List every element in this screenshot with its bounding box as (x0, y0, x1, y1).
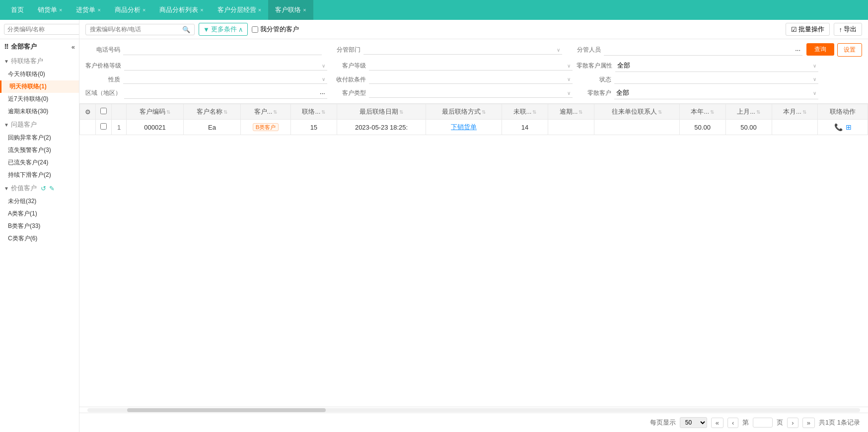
payment-select[interactable]: ∨ (369, 75, 573, 84)
row-code: 000021 (127, 120, 184, 135)
customer-level-select[interactable]: ∨ (369, 62, 573, 71)
first-page-btn[interactable]: « (711, 418, 723, 428)
sidebar-item-warning[interactable]: 流失预警客户(3) (0, 144, 79, 156)
close-icon[interactable]: × (258, 0, 261, 20)
th-unit-contact[interactable]: 往来单位联系人 ⇅ (594, 104, 679, 120)
filter-search-icon[interactable]: 🔍 (182, 26, 190, 33)
dept-select[interactable]: ∨ (363, 46, 562, 55)
sidebar-all-customers[interactable]: ⠿ 全部客户 « (0, 39, 79, 54)
gear-icon[interactable]: ⚙ (85, 108, 91, 116)
more-icon[interactable]: ··· (795, 46, 800, 54)
sidebar-item-overdue[interactable]: 逾期未联络(30) (0, 105, 79, 118)
th-last-month[interactable]: 上月... ⇅ (725, 104, 772, 120)
th-contact[interactable]: 联络... ⇅ (290, 104, 337, 120)
region-input[interactable]: ··· (124, 88, 327, 99)
price-level-select[interactable]: ∨ (124, 62, 327, 71)
sidebar-item-abnormal[interactable]: 回购异常客户(2) (0, 132, 79, 144)
customer-type-select[interactable]: ∨ (369, 89, 573, 98)
horizontal-scrollbar[interactable] (79, 407, 868, 413)
th-gear[interactable]: ⚙ (80, 104, 96, 120)
row-this-year: 50.00 (679, 120, 725, 135)
last-page-btn[interactable]: » (802, 418, 815, 428)
next-page-btn[interactable]: › (787, 418, 798, 428)
sidebar-item-declining[interactable]: 持续下滑客户(2) (0, 169, 79, 181)
th-type[interactable]: 客户... ⇅ (240, 104, 290, 120)
query-btn[interactable]: 查询 (806, 43, 834, 56)
th-last-contact-method[interactable]: 最后联络方式 ⇅ (426, 104, 502, 120)
sidebar-item-ungrouped[interactable]: 未分组(32) (0, 195, 79, 208)
row-select-checkbox[interactable] (100, 123, 107, 130)
sidebar-item-class-b[interactable]: B类客户(33) (0, 220, 79, 232)
nav-item-sales[interactable]: 销货单 × (31, 0, 69, 20)
nav-item-customer-tier[interactable]: 客户分层经营 × (211, 0, 268, 20)
th-action: 联络动作 (818, 104, 868, 120)
sort-icon: ⇅ (756, 109, 760, 115)
sidebar-item-today[interactable]: 今天待联络(0) (0, 68, 79, 80)
close-icon[interactable]: × (303, 0, 306, 20)
more-icon[interactable]: ··· (320, 89, 325, 97)
settings-btn[interactable]: 设置 (837, 43, 862, 57)
prev-page-btn[interactable]: ‹ (727, 418, 738, 428)
nature-select[interactable]: ∨ (123, 75, 327, 84)
edit-icon[interactable]: ✎ (49, 185, 55, 192)
table-area: ⚙ 客户编码 ⇅ (79, 104, 868, 407)
sparse-select[interactable]: 全部 ∨ (614, 87, 818, 99)
filter-row-1: 电话号码 分管部门 ∨ 分管人员 ··· 查询 (85, 43, 862, 57)
scrollbar-thumb[interactable] (127, 408, 326, 412)
close-icon[interactable]: × (143, 0, 145, 20)
export-btn[interactable]: ↑ 导出 (834, 23, 863, 36)
filter-cell-status: 状态 ∨ (577, 75, 818, 84)
status-select[interactable]: ∨ (614, 75, 818, 84)
batch-op-btn[interactable]: ☑ 批量操作 (786, 23, 830, 36)
nav-item-purchase[interactable]: 进货单 × (69, 0, 107, 20)
sidebar-search-input[interactable] (4, 24, 79, 35)
th-no (112, 104, 127, 120)
nav-item-analysis-list[interactable]: 商品分析列表 × (152, 0, 210, 20)
sidebar-group-pending[interactable]: ▼ 待联络客户 (0, 54, 79, 68)
more-conditions-btn[interactable]: ▼ 更多条件 ∧ (199, 23, 248, 36)
sidebar-item-class-a[interactable]: A类客户(1) (0, 208, 79, 220)
sort-icon: ⇅ (399, 109, 403, 115)
contact-method-link[interactable]: 下销货单 (451, 123, 477, 131)
th-uncontacted[interactable]: 未联... ⇅ (502, 104, 548, 120)
close-icon[interactable]: × (97, 0, 100, 20)
my-customers-checkbox[interactable]: 我分管的客户 (252, 25, 299, 34)
sidebar-group-value[interactable]: ▼ 价值客户 ↺ ✎ (0, 181, 79, 195)
th-overdue[interactable]: 逾期... ⇅ (548, 104, 594, 120)
sparse-attr-select[interactable]: 全部 ∨ (615, 60, 818, 72)
th-code[interactable]: 客户编码 ⇅ (127, 104, 184, 120)
phone-input[interactable] (123, 45, 322, 55)
th-this-year[interactable]: 本年... ⇅ (679, 104, 725, 120)
filter-search-input[interactable] (90, 26, 182, 33)
sidebar-item-class-c[interactable]: C类客户(6) (0, 232, 79, 245)
sidebar-item-7days[interactable]: 近7天待联络(0) (0, 93, 79, 105)
th-this-month[interactable]: 本月... ⇅ (772, 104, 818, 120)
close-icon[interactable]: × (59, 0, 62, 20)
th-last-contact-date[interactable]: 最后联络日期 ⇅ (337, 104, 426, 120)
my-customers-check[interactable] (252, 26, 258, 33)
qr-action-icon[interactable]: ⊞ (846, 123, 852, 131)
select-all-checkbox[interactable] (100, 108, 107, 114)
per-page-select[interactable]: 50 100 200 (680, 417, 707, 428)
chevron-down-icon: ∨ (813, 90, 816, 96)
main-layout: 🔍 ⠿ 全部客户 « ▼ 待联络客户 今天待联络(0) 明天待联络(1) 近7天… (0, 20, 868, 432)
nav-item-analysis[interactable]: 商品分析 × (108, 0, 152, 20)
page-suffix-label: 页 (777, 418, 783, 427)
person-input[interactable]: ··· (604, 45, 802, 56)
sidebar-collapse-btn[interactable]: « (72, 43, 75, 51)
close-icon[interactable]: × (200, 0, 203, 20)
row-last-method[interactable]: 下销货单 (426, 120, 502, 135)
th-name[interactable]: 客户名称 ⇅ (183, 104, 240, 120)
filter-cell-sparse: 零散客户 全部 ∨ (577, 87, 818, 99)
sidebar-group-problem[interactable]: ▼ 问题客户 (0, 118, 79, 132)
sort-icon: ⇅ (223, 109, 227, 115)
sidebar-item-lost[interactable]: 已流失客户(24) (0, 156, 79, 169)
phone-action-icon[interactable]: 📞 (834, 123, 843, 131)
scrollbar-track (87, 408, 860, 412)
filter-cell-sparse-attr: 零散客户属性 全部 ∨ (577, 60, 818, 72)
page-input[interactable]: 1 (753, 418, 773, 428)
nav-item-customer-contact[interactable]: 客户联络 × (268, 0, 313, 20)
nav-home[interactable]: 首页 (4, 0, 31, 20)
refresh-icon[interactable]: ↺ (41, 185, 46, 192)
sidebar-item-tomorrow[interactable]: 明天待联络(1) (0, 80, 79, 93)
